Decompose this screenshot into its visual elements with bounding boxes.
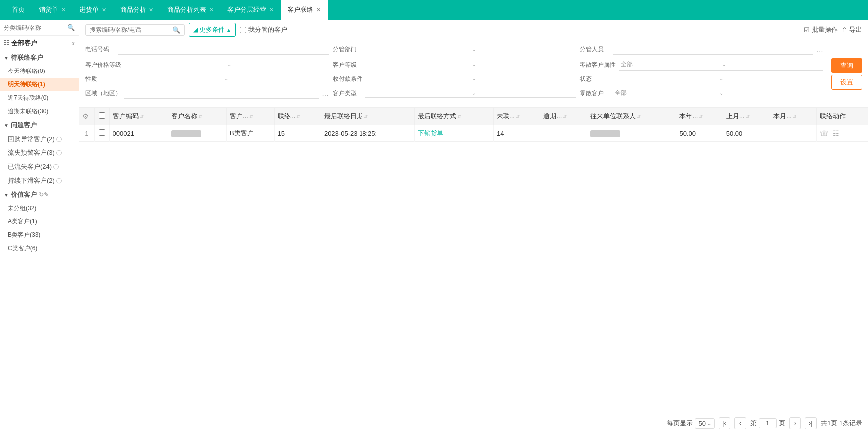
close-icon[interactable]: ✕ xyxy=(269,7,274,13)
row-unlisted: 14 xyxy=(494,125,540,142)
row-name xyxy=(168,125,226,142)
sidebar-item-abnormal[interactable]: 回购异常客户(2) ⓘ xyxy=(0,132,79,146)
customer-type-select[interactable]: ⌄ xyxy=(365,89,576,98)
my-customers-checkbox[interactable] xyxy=(240,27,246,33)
prev-page-btn[interactable]: ‹ xyxy=(734,417,746,429)
filter-customer-level: 客户等级 ⌄ xyxy=(333,60,576,69)
more-conditions-btn[interactable]: ◢ 更多条件 ▲ xyxy=(189,23,236,37)
th-name: 客户名称⇵ xyxy=(168,108,226,125)
close-icon[interactable]: ✕ xyxy=(102,7,106,13)
row-select-checkbox[interactable] xyxy=(99,129,105,136)
th-unit-contact: 往来单位联系人⇵ xyxy=(587,108,676,125)
filter-price-level: 客户价格等级 ⌄ xyxy=(85,60,329,69)
first-page-btn[interactable]: |‹ xyxy=(719,417,730,429)
sidebar-item-7days[interactable]: 近7天待联络(0) xyxy=(0,91,79,105)
filter-phone: 电话号码 xyxy=(85,44,329,55)
adv-filter-row2: 客户价格等级 ⌄ 客户等级 ⌄ xyxy=(85,59,823,71)
person-input[interactable] xyxy=(613,44,813,55)
retail-attr-select[interactable]: 全部 ⌄ xyxy=(619,59,823,71)
th-overdue: 逾期...⇵ xyxy=(540,108,587,125)
close-icon[interactable]: ✕ xyxy=(316,7,321,13)
th-last-date: 最后联络日期⇵ xyxy=(321,108,414,125)
sidebar-all-customers[interactable]: ☷ 全部客户 « xyxy=(0,36,79,51)
more-icon[interactable]: … xyxy=(816,46,823,54)
collapse-icon[interactable]: « xyxy=(71,39,75,47)
price-level-select[interactable]: ⌄ xyxy=(124,60,329,69)
check-icon: ☑ xyxy=(804,26,810,34)
sidebar-item-at-risk[interactable]: 流失预警客户(3) ⓘ xyxy=(0,146,79,160)
nav-purchase[interactable]: 进货单 ✕ xyxy=(72,0,113,20)
close-icon[interactable]: ✕ xyxy=(149,7,153,13)
chevron-down-icon: ⌄ xyxy=(472,76,574,81)
sidebar-search-input[interactable] xyxy=(4,24,65,31)
th-last-method: 最后联络方式⇵ xyxy=(414,108,493,125)
nav-customer-tier[interactable]: 客户分层经营 ✕ xyxy=(220,0,281,20)
data-table-wrap: ⚙ 客户编码⇵ 客户名称⇵ 客户...⇵ xyxy=(79,108,868,414)
filter-region: 区域（地区） … xyxy=(85,88,329,99)
row-last-date: 2023-05-23 18:25: xyxy=(321,125,414,142)
close-icon[interactable]: ✕ xyxy=(209,7,214,13)
th-customer-type: 客户...⇵ xyxy=(226,108,274,125)
row-overdue xyxy=(540,125,587,142)
last-method-link[interactable]: 下销货单 xyxy=(418,129,443,137)
call-icon[interactable]: ☏ xyxy=(820,129,829,137)
nav-product-analysis-list[interactable]: 商品分析列表 ✕ xyxy=(160,0,220,20)
filter-icon: ◢ xyxy=(193,26,198,33)
group-value-customers[interactable]: ▼ 价值客户 ↻ ✎ xyxy=(0,188,79,202)
close-icon[interactable]: ✕ xyxy=(61,7,66,13)
nature-select[interactable]: ⌄ xyxy=(118,74,329,83)
next-page-btn[interactable]: › xyxy=(789,417,801,429)
dept-select[interactable]: ⌄ xyxy=(365,45,576,54)
filter-retail-customer: 零散客户 全部 ⌄ xyxy=(580,87,823,99)
th-last-month: 上月...⇵ xyxy=(723,108,770,125)
sidebar-item-overdue[interactable]: 逾期未联络(30) xyxy=(0,105,79,118)
main-search-input[interactable] xyxy=(90,26,172,33)
sidebar-item-b-class[interactable]: B类客户(33) xyxy=(0,228,79,242)
chevron-down-icon: ⌄ xyxy=(472,90,574,96)
sidebar-item-declining[interactable]: 持续下滑客户(2) ⓘ xyxy=(0,174,79,188)
customer-level-select[interactable]: ⌄ xyxy=(365,60,576,69)
setting-button[interactable]: 设置 xyxy=(831,75,862,90)
filter-retail-attr: 零散客户属性 全部 ⌄ xyxy=(580,59,823,71)
export-icon: ⇧ xyxy=(842,26,847,34)
batch-op-btn[interactable]: ☑ 批量操作 xyxy=(804,25,838,34)
nav-sales-order[interactable]: 销货单 ✕ xyxy=(32,0,72,20)
page-size-select[interactable]: 50 ⌄ xyxy=(695,418,714,429)
grid-icon[interactable]: ☷ xyxy=(833,129,839,137)
filter-status: 状态 ⌄ xyxy=(580,74,823,83)
nav-product-analysis[interactable]: 商品分析 ✕ xyxy=(113,0,160,20)
sidebar-item-churned[interactable]: 已流失客户(24) ⓘ xyxy=(0,160,79,174)
group-problem-customers[interactable]: ▼ 问题客户 xyxy=(0,118,79,132)
search-wrap: 🔍 xyxy=(85,24,185,36)
export-btn[interactable]: ⇧ 导出 xyxy=(842,25,862,34)
status-select[interactable]: ⌄ xyxy=(613,74,823,83)
query-button[interactable]: 查询 xyxy=(831,58,862,73)
row-last-method: 下销货单 xyxy=(414,125,493,142)
last-page-btn[interactable]: ›| xyxy=(805,417,817,429)
gear-icon[interactable]: ⚙ xyxy=(82,112,89,120)
more-icon[interactable]: … xyxy=(322,89,329,97)
row-checkbox xyxy=(94,125,109,142)
sidebar-item-tomorrow[interactable]: 明天待联络(1) xyxy=(0,78,79,91)
sidebar-item-c-class[interactable]: C类客户(6) xyxy=(0,242,79,255)
select-all-checkbox[interactable] xyxy=(99,112,105,119)
sidebar-item-today[interactable]: 今天待联络(0) xyxy=(0,65,79,78)
row-last-month: 50.00 xyxy=(723,125,770,142)
retail-customer-select[interactable]: 全部 ⌄ xyxy=(613,87,823,99)
th-this-month: 本月...⇵ xyxy=(770,108,817,125)
sidebar-item-ungrouped[interactable]: 未分组(32) xyxy=(0,202,79,215)
payment-select[interactable]: ⌄ xyxy=(365,74,576,83)
search-icon[interactable]: 🔍 xyxy=(67,24,75,31)
page-number-input[interactable]: 1 xyxy=(759,418,777,428)
chevron-down-icon: ⌄ xyxy=(719,90,821,96)
search-icon[interactable]: 🔍 xyxy=(172,26,180,34)
nav-customer-contact[interactable]: 客户联络 ✕ xyxy=(281,0,328,20)
sidebar-item-a-class[interactable]: A类客户(1) xyxy=(0,215,79,228)
nav-home[interactable]: 首页 xyxy=(5,0,32,20)
row-num: 1 xyxy=(79,125,94,142)
th-action: 联络动作 xyxy=(817,108,868,125)
phone-input[interactable] xyxy=(118,44,329,55)
region-input[interactable] xyxy=(124,88,319,99)
group-pending-contact[interactable]: ▼ 待联络客户 xyxy=(0,51,79,65)
row-code: 000021 xyxy=(109,125,168,142)
